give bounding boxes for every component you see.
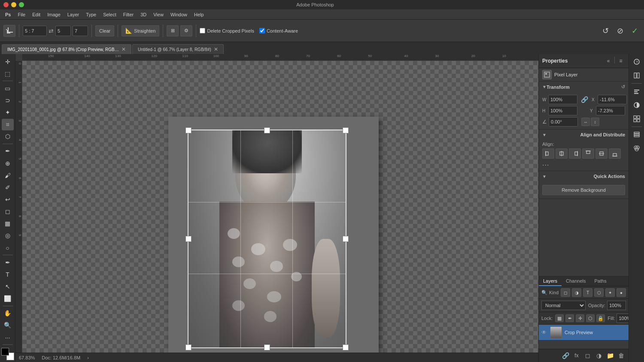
menu-view[interactable]: View xyxy=(150,11,167,18)
crop-tool-icon[interactable] xyxy=(3,25,15,37)
layer-visibility-icon[interactable]: 👁 xyxy=(541,329,547,335)
properties-menu-btn[interactable]: ≡ xyxy=(617,57,625,65)
align-hcenter-btn[interactable] xyxy=(556,148,568,159)
type-tool[interactable]: T xyxy=(2,268,14,280)
undo-button[interactable]: ↺ xyxy=(599,25,611,37)
align-top-btn[interactable] xyxy=(582,148,594,159)
styles-panel-btn[interactable] xyxy=(631,113,643,125)
flip-v-btn[interactable]: ↕ xyxy=(591,118,599,126)
layer-item-crop-preview[interactable]: 👁 Crop Preview xyxy=(539,325,629,341)
menu-select[interactable]: Select xyxy=(100,11,120,18)
status-arrow[interactable]: › xyxy=(87,355,89,360)
more-tools[interactable]: ··· xyxy=(2,332,14,343)
history-tool[interactable]: ↩ xyxy=(2,193,14,205)
clone-tool[interactable]: ✐ xyxy=(2,181,14,193)
pen-tool[interactable]: ✒ xyxy=(2,256,14,268)
delete-cropped-checkbox[interactable] xyxy=(200,28,205,33)
tab-untitled-1[interactable]: Untitled-1 @ 66.7% (Layer 8, RGB/8#) ✕ xyxy=(132,44,224,54)
align-vcenter-btn[interactable] xyxy=(595,148,608,159)
more-align-btn[interactable]: ··· xyxy=(542,161,549,169)
transform-w-input[interactable] xyxy=(548,95,577,104)
menu-edit[interactable]: Edit xyxy=(29,11,44,18)
transform-reset-btn[interactable]: ↺ xyxy=(621,84,625,90)
crop-handle-top-center[interactable] xyxy=(264,127,270,133)
menu-3d[interactable]: 3D xyxy=(137,11,150,18)
lock-transparent-btn[interactable]: ▦ xyxy=(555,314,564,322)
filter-toggle-btn[interactable]: ● xyxy=(617,288,626,297)
libraries-panel-btn[interactable] xyxy=(631,69,643,81)
flip-h-btn[interactable]: ↔ xyxy=(581,118,590,126)
filter-pixel-btn[interactable]: ◻ xyxy=(561,288,570,297)
menu-image[interactable]: Image xyxy=(44,11,64,18)
eyedropper-tool[interactable]: ✒ xyxy=(2,145,14,157)
channels-tab[interactable]: Channels xyxy=(562,277,590,286)
move-tool[interactable]: ✛ xyxy=(2,56,14,67)
blur-tool[interactable]: ◎ xyxy=(2,230,14,241)
shape-tool[interactable]: ⬜ xyxy=(2,293,14,305)
menu-file[interactable]: File xyxy=(14,11,29,18)
straighten-button[interactable]: 📐 Straighten xyxy=(122,25,159,36)
color-swatches[interactable] xyxy=(1,348,14,360)
transform-h-input[interactable] xyxy=(548,106,577,115)
crop-handle-bottom-center[interactable] xyxy=(264,344,270,350)
add-effect-btn[interactable]: fx xyxy=(572,351,581,360)
menu-window[interactable]: Window xyxy=(167,11,191,18)
clear-button[interactable]: Clear xyxy=(95,25,114,36)
properties-collapse-btn[interactable]: « xyxy=(604,57,613,65)
link-layers-btn[interactable]: 🔗 xyxy=(561,351,570,360)
menu-ps[interactable]: Ps xyxy=(2,11,14,18)
quick-actions-header[interactable]: ▼ Quick Actions xyxy=(539,171,629,181)
lock-pixels-btn[interactable]: ✒ xyxy=(565,314,574,322)
quick-select-tool[interactable]: ✦ xyxy=(2,107,14,118)
adjustment-panel-btn[interactable] xyxy=(631,99,643,111)
opacity-input[interactable] xyxy=(607,301,626,310)
layers-panel-btn[interactable] xyxy=(631,129,643,141)
ratio-width-input[interactable] xyxy=(55,26,71,36)
transform-y-input[interactable] xyxy=(596,106,625,115)
align-bottom-btn[interactable] xyxy=(609,148,621,159)
healing-tool[interactable]: ⊕ xyxy=(2,157,14,169)
remove-background-button[interactable]: Remove Background xyxy=(542,185,625,195)
marquee-tool[interactable]: ▭ xyxy=(2,82,14,94)
delete-cropped-check[interactable]: Delete Cropped Pixels xyxy=(200,28,254,33)
transform-section-header[interactable]: ▼ Transform ↺ xyxy=(539,81,629,92)
blend-mode-select[interactable]: Normal xyxy=(541,301,586,310)
layers-tab[interactable]: Layers xyxy=(539,277,562,286)
ratio-height-input[interactable] xyxy=(73,26,88,36)
crop-handle-middle-right[interactable] xyxy=(343,236,349,242)
crop-handle-top-right[interactable] xyxy=(343,127,349,133)
transform-x-input[interactable] xyxy=(598,95,627,104)
minimize-button[interactable] xyxy=(11,2,16,7)
tab-close-0[interactable]: ✕ xyxy=(122,46,126,52)
tab-img-0001[interactable]: IMG_20201108_0001.jpg @ 67.8% (Crop Prev… xyxy=(2,44,131,54)
ratio-swap-icon[interactable]: ⇄ xyxy=(49,27,54,34)
crop-handle-top-left[interactable] xyxy=(185,127,191,133)
tab-close-1[interactable]: ✕ xyxy=(214,46,218,52)
paths-tab[interactable]: Paths xyxy=(590,277,611,286)
crop-tool[interactable]: ⌗ xyxy=(2,119,14,130)
filter-adjustment-btn[interactable]: ◑ xyxy=(572,288,581,297)
lock-artboards-btn[interactable]: ⬡ xyxy=(586,314,595,322)
properties-toggle-btn[interactable] xyxy=(631,85,643,97)
confirm-crop-button[interactable]: ✓ xyxy=(629,25,641,37)
filter-type-btn[interactable]: T xyxy=(583,288,592,297)
content-aware-check[interactable]: Content-Aware xyxy=(259,28,298,33)
menu-filter[interactable]: Filter xyxy=(120,11,137,18)
ratio-input[interactable] xyxy=(23,26,47,36)
menu-type[interactable]: Type xyxy=(82,11,100,18)
delete-layer-btn[interactable]: 🗑 xyxy=(617,351,626,360)
gradient-tool[interactable]: ▦ xyxy=(2,218,14,229)
menu-layer[interactable]: Layer xyxy=(64,11,83,18)
filter-smart-btn[interactable]: ✦ xyxy=(605,288,615,297)
dodge-tool[interactable]: ○ xyxy=(2,242,14,253)
brush-tool[interactable]: 🖌 xyxy=(2,169,14,181)
maximize-button[interactable] xyxy=(19,2,24,7)
align-left-btn[interactable] xyxy=(542,148,554,159)
close-button[interactable] xyxy=(3,2,9,7)
artboard-tool[interactable]: ⬚ xyxy=(2,68,14,79)
content-aware-checkbox[interactable] xyxy=(259,28,265,33)
cancel-crop-button[interactable]: ⊘ xyxy=(614,25,626,37)
learn-panel-btn[interactable]: ? xyxy=(631,56,643,68)
crop-handle-bottom-right[interactable] xyxy=(343,344,349,350)
channels-panel-btn[interactable] xyxy=(631,142,643,154)
